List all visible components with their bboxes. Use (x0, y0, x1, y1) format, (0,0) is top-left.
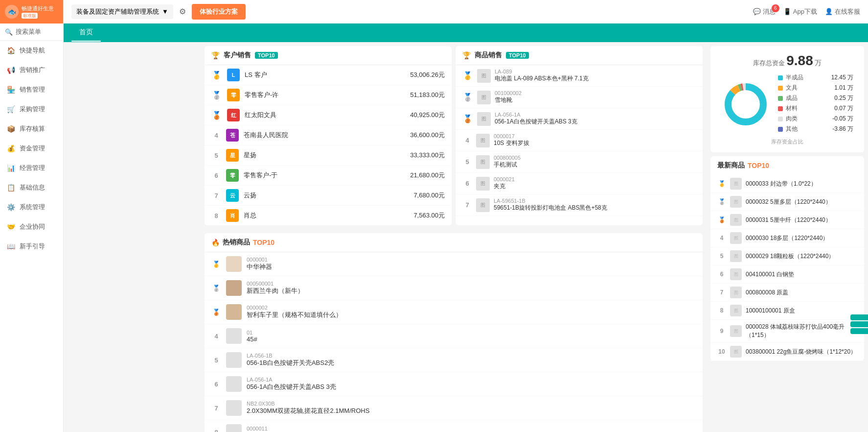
new-product-item[interactable]: 🥈 图 0000032 5厘多层（1220*2440） (710, 193, 864, 211)
hot-item[interactable]: 7 NB2.0X30B 2.0X30MM双搓花轴,搓花直径2.1MM/ROHS (205, 396, 703, 420)
settings-icon[interactable]: ⚙ (179, 7, 186, 16)
customer-avatar: 红 (227, 109, 240, 121)
product-rank-item[interactable]: 🥉 图 LA-056-1A 056-1A白色按键开关盖ABS 3克 (456, 108, 703, 130)
legend-item: 成品 0.25 万 (778, 94, 853, 102)
hot-item[interactable]: 6 LA-056-1A 056-1A白色按键开关盖ABS 3壳 (205, 372, 703, 396)
product-rank-item[interactable]: 🥈 图 001000002 雪地靴 (456, 87, 703, 108)
rank-item[interactable]: 7 云 云扬 7,680.00元 (205, 186, 452, 206)
legend-item: 半成品 12.45 万 (778, 73, 853, 82)
product-sales-ranking-card: 🏆 商品销售 TOP10 🥇 图 LA-089 电池盖 LA-089 ABS本色… (456, 46, 703, 225)
new-product-item[interactable]: 7 图 000800008 原盖 (710, 284, 864, 302)
app-download-button[interactable]: 📱 App下载 (783, 7, 817, 16)
rank-item[interactable]: 4 苍 苍南县人民医院 36,600.00元 (205, 125, 452, 145)
new-product-thumb: 图 (730, 178, 742, 190)
product-rank-item[interactable]: 7 图 LA-59651-1B 59651-1B旋转投影灯电池盒 ABS黑色+5… (456, 194, 703, 216)
message-icon: 💬 (753, 8, 761, 15)
sidebar: 🐟 畅捷通好生意 标准版 🔍 搜索菜单 🏠 快捷导航 📢 营销推广 🏪 销售管理… (0, 0, 64, 432)
donut-chart (721, 80, 770, 129)
new-product-item[interactable]: 5 图 0000029 18颗粒板（1220*2440） (710, 247, 864, 265)
sidebar-item-quick-nav[interactable]: 🏠 快捷导航 (0, 41, 63, 60)
hot-product-thumb (226, 400, 242, 416)
hot-item[interactable]: 8 0000011 12070519-xs (205, 420, 703, 432)
customer-name: 零售客户-许 (245, 91, 405, 99)
sidebar-item-sales[interactable]: 🏪 销售管理 (0, 80, 63, 99)
product-thumb: 图 (477, 112, 491, 126)
new-product-thumb: 图 (730, 250, 742, 262)
customer-name: 星扬 (244, 151, 405, 160)
inventory-legend: 半成品 12.45 万 文具 1.01 万 成品 0.25 万 材料 0.07 … (778, 73, 853, 135)
newest-products-card: 最新商品 TOP10 🥇 图 0000033 封边带（1.0*22） 🥈 图 0… (710, 156, 864, 361)
hot-item[interactable]: 🥇 0000001 中华神器 (205, 252, 703, 276)
rank-item[interactable]: 8 肖 肖总 7,563.00元 (205, 206, 452, 225)
inventory-total: 库存总资金 9.88 万 (717, 53, 857, 69)
legend-dot (778, 127, 783, 132)
sidebar-item-inventory[interactable]: 📦 库存核算 (0, 119, 63, 139)
customer-value: 51,183.00元 (410, 91, 445, 99)
float-live[interactable]: 直播 (850, 328, 868, 334)
new-product-item[interactable]: 6 图 004100001 白钢垫 (710, 265, 864, 284)
new-product-item[interactable]: 10 图 003800001 22g鱼豆腐-烧烤味（1*12*20） (710, 343, 864, 361)
sidebar-item-system[interactable]: ⚙️ 系统管理 (0, 197, 63, 217)
float-community[interactable]: 服务社区 (850, 321, 868, 327)
customer-name: 苍南县人民医院 (244, 131, 405, 140)
header-right: 💬 消息 6 📱 App下载 👤 在线客服 (753, 7, 860, 16)
newest-products-header: 最新商品 TOP10 (710, 156, 864, 175)
new-product-thumb: 图 (730, 325, 742, 337)
sidebar-item-cooperation[interactable]: 🤝 企业协同 (0, 217, 63, 237)
sidebar-item-purchase[interactable]: 🛒 采购管理 (0, 99, 63, 119)
sidebar-item-finance[interactable]: 💰 资金管理 (0, 139, 63, 158)
product-rank-item[interactable]: 5 图 000800005 手机测试 (456, 151, 703, 173)
sidebar-item-basics[interactable]: 📋 基础信息 (0, 178, 63, 197)
customer-rank-list: 🥇 L LS 客户 53,006.26元 🥈 零 零售客户-许 51,183.0… (205, 65, 452, 225)
customer-avatar: 零 (226, 169, 239, 182)
rank-item[interactable]: 6 零 零售客户-于 21,680.00元 (205, 166, 452, 186)
new-product-item[interactable]: 🥉 图 0000031 5厘中纤（1220*2440） (710, 211, 864, 229)
product-info: 001000002 雪地靴 (495, 90, 696, 104)
purchase-icon: 🛒 (6, 104, 16, 114)
sidebar-item-guide[interactable]: 📖 新手引导 (0, 237, 63, 256)
inventory-icon: 📦 (6, 124, 16, 134)
system-selector[interactable]: 装备及固定资产辅助管理系统 ▼ (71, 4, 173, 19)
new-product-item[interactable]: 🥇 图 0000033 封边带（1.0*22） (710, 175, 864, 193)
rank-item[interactable]: 🥇 L LS 客户 53,006.26元 (205, 65, 452, 85)
product-info: LA-056-1A 056-1A白色按键开关盖ABS 3克 (495, 112, 696, 126)
float-customer-service[interactable]: 客服热线 (850, 314, 868, 320)
rank-item[interactable]: 🥉 红 红太阳文具 40,925.00元 (205, 105, 452, 125)
product-rank-item[interactable]: 4 图 0000017 10S 变料罗拔 (456, 130, 703, 151)
new-product-thumb: 图 (730, 214, 742, 226)
new-product-item[interactable]: 4 图 0000030 18多层（1220*2440） (710, 229, 864, 247)
product-rank-item[interactable]: 6 图 0000021 夹克 (456, 173, 703, 194)
new-product-item[interactable]: 8 图 10000100001 原盒 (710, 302, 864, 320)
hot-item[interactable]: 🥈 000500001 新西兰牛肉（新牛） (205, 276, 703, 300)
product-sales-header: 🏆 商品销售 TOP10 (456, 46, 703, 65)
sales-icon: 🏪 (6, 85, 16, 95)
customer-value: 7,563.00元 (413, 211, 445, 220)
product-thumb: 图 (477, 91, 491, 104)
sidebar-item-operations[interactable]: 📊 经营管理 (0, 158, 63, 178)
legend-dot (778, 75, 783, 80)
customer-value: 36,600.00元 (410, 131, 445, 140)
customer-name: LS 客户 (245, 71, 405, 79)
legend-dot (778, 117, 783, 121)
hot-item[interactable]: 🥉 0000002 智利车子里（规格不知道填什么） (205, 300, 703, 324)
new-product-thumb: 图 (730, 287, 742, 298)
inventory-chart-label: 库存资金占比 (717, 138, 857, 145)
rank-item[interactable]: 🥈 零 零售客户-许 51,183.00元 (205, 85, 452, 105)
search-menu[interactable]: 🔍 搜索菜单 (0, 24, 63, 41)
trial-button[interactable]: 体验行业方案 (192, 4, 246, 20)
sidebar-item-marketing[interactable]: 📢 营销推广 (0, 60, 63, 80)
product-rank-item[interactable]: 🥇 图 LA-089 电池盖 LA-089 ABS本色+黑种 7.1克 (456, 65, 703, 87)
rank-number: 4 (211, 132, 221, 139)
search-icon: 🔍 (5, 28, 13, 36)
hot-item[interactable]: 5 LA-056-1B 056-1B白色按键开关壳ABS2壳 (205, 348, 703, 372)
online-service-button[interactable]: 👤 在线客服 (825, 7, 860, 16)
operations-icon: 📊 (6, 163, 16, 173)
customer-value: 7,680.00元 (413, 191, 445, 200)
tab-home[interactable]: 首页 (71, 24, 101, 42)
message-button[interactable]: 💬 消息 6 (753, 7, 776, 16)
rank-item[interactable]: 5 星 星扬 33,333.00元 (205, 145, 452, 166)
home-icon: 🏠 (6, 46, 16, 55)
hot-item[interactable]: 4 01 45# (205, 324, 703, 348)
customer-avatar: 零 (227, 89, 240, 101)
new-product-item[interactable]: 9 图 0000028 体城荔枝味苏打饮品400毫升（1*15） (710, 320, 864, 343)
